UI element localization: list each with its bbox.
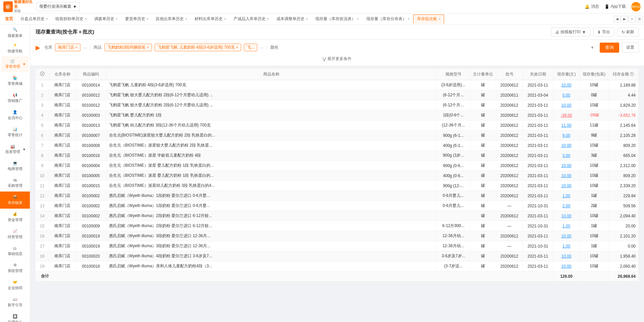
cell-stock-main[interactable]: 10.00 [553,161,580,171]
cell-stock-main[interactable]: -39.00 [553,110,580,120]
product-tag2-close[interactable]: × [236,46,238,49]
cell-stock-main[interactable]: 3.00 [553,151,580,161]
cell-stock-pack: 10罐 [580,80,608,90]
chevron-icon: ▼ [22,62,26,66]
sidebar-item-wholesale[interactable]: 🏭 批发管理 ▼ [1,142,29,157]
sidebar-item-inventory[interactable]: 📦 库存核算 [0,192,30,209]
table-row: 12 南库门店 00100002 惠氏启赋（Wyeth illuma）1段奶粉 … [36,191,639,201]
warehouse-more[interactable]: ··· [83,45,87,50]
warehouse-filter-label: 仓库 [44,45,52,50]
cell-stock-main[interactable]: 1.00 [553,241,580,251]
cell-num: 8 [36,151,49,161]
filter-area: ▶ 仓库 南库门店 × ··· | 商品 飞鹤奶粉3段同捆搭装 × 飞鹤星飞帆 … [30,40,644,66]
warehouse-tag-close[interactable]: × [75,46,77,49]
sidebar-item-appcenter[interactable]: 🔲 应用中心 [1,312,29,322]
tab-chengben[interactable]: 成本调整单历史 × [273,14,312,24]
tab-close-icon[interactable]: × [306,17,308,21]
sidebar-item-purchase[interactable]: 🛍 采购管理 [1,175,29,191]
sidebar-nav[interactable]: ⚡ 快捷导航 [0,41,30,56]
cell-stock-main[interactable]: 2.00 [553,201,580,211]
tab-xiancun-dist[interactable]: 现存量（库存分布表） × [363,14,414,24]
query-button[interactable]: 查询 [600,43,619,53]
sidebar-item-enterprise[interactable]: 🤝 企业协同 [1,277,29,293]
cell-stock-main[interactable]: 10.00 [553,261,580,271]
cell-stock-main[interactable]: 10.00 [553,100,580,110]
cell-name: 飞鹤星飞帆 幼儿配方奶粉 3段(12-36个月幼儿适用) 700克 [106,120,437,130]
settings-button[interactable]: 设置 [622,42,639,53]
company-selector[interactable]: 母婴行业演示账套 ▼ [36,2,80,11]
tab-diaobuo[interactable]: 调拨单历史 × [91,14,121,24]
product-tag1-close[interactable]: × [147,46,149,49]
cell-stock-main[interactable]: 10.00 [553,181,580,191]
member-icon: 👤 [13,110,17,114]
tab-close-all-icon[interactable]: × [629,16,635,22]
th-settings[interactable] [36,69,49,80]
tab-close-icon[interactable]: × [438,17,440,21]
tab-cailiao[interactable]: 材料出库单历史 × [191,14,230,24]
cell-stock-main[interactable]: 10.00 [553,80,580,90]
tab-close-icon[interactable]: × [224,17,226,21]
app-sub: 标版 [14,9,34,13]
cell-expire: 2021-03-11 [523,120,553,130]
tab-prev-arrow[interactable]: ◀ [614,16,621,22]
cell-stock-main[interactable]: 11.00 [553,120,580,130]
cell-stock-main[interactable]: 10.00 [553,171,580,181]
tab-close-icon[interactable]: × [185,17,187,21]
sidebar-item-system[interactable]: ⚙ 系统管理 [1,260,29,276]
table-row: 2 南库门店 00100012 飞鹤星飞帆 较大婴儿配方奶粉 2段(6-12个月… [36,90,639,100]
tab-home[interactable]: 首页 [1,14,17,24]
cell-stock-main[interactable]: 0.00 [553,90,580,100]
tab-close-icon[interactable]: × [267,17,269,21]
avatar: demo2 [631,2,641,11]
sidebar-item-member[interactable]: 👤 会员中心 [1,107,29,123]
user-profile[interactable]: demo2 [631,2,641,11]
product-more[interactable]: ··· [260,45,264,50]
tab-close-icon[interactable]: × [85,17,87,21]
cell-stock-main[interactable]: 10.00 [553,211,580,221]
color-dropdown-icon[interactable]: ▼ [590,45,594,50]
tab-zuzhangche[interactable]: 组装拆卸单历史 × [52,14,91,24]
expand-more-btn[interactable]: ⋁ 展开更多条件 [323,55,352,63]
tab-close-icon[interactable]: × [408,17,410,21]
message-button[interactable]: 🔔 消息 [585,4,599,9]
tab-close-icon[interactable]: × [147,17,149,21]
export-button[interactable]: ⬇ 导出 [593,28,614,37]
sidebar-item-finance[interactable]: 💰 资金管理 [1,209,29,225]
tab-qitachu[interactable]: 其他出库单历史 × [152,14,191,24]
tab-yaohuo[interactable]: 要货单历史 × [121,14,152,24]
tab-close-icon[interactable]: × [357,17,359,21]
tab-fenpan[interactable]: 分盘点单历史 × [17,14,52,24]
cell-unit: 罐 [470,181,496,191]
cell-stock-main[interactable]: 10.00 [553,141,580,151]
tab-close-icon[interactable]: × [46,17,48,21]
sidebar-item-marketing[interactable]: 📢 营销推广 [1,90,29,106]
cell-stock-main[interactable]: 10.00 [553,231,580,241]
sidebar-item-operations[interactable]: 📈 经营管理 [1,226,29,242]
filter-expand-arrow[interactable]: ▶ [36,44,40,51]
cell-balance: -3,652.76 [608,110,639,120]
tab-menu-icon[interactable]: ☰ [636,16,643,22]
sidebar-item-retail[interactable]: 🛒 零售管理 ▼ [1,56,29,72]
tab-inventory-batch[interactable]: 库存批次账 × [413,14,444,24]
refresh-button[interactable]: ↻ 刷新 [617,28,639,37]
cell-stock-main[interactable]: 1.00 [553,191,580,201]
cell-stock-main[interactable]: 9.00 [553,130,580,141]
cell-spec: 900g (0-6... [437,161,470,171]
sidebar-item-ecommerce[interactable]: 💻 电商管理 [1,158,29,174]
sidebar-search[interactable]: 🔍 搜索菜单 [0,25,30,41]
cell-stock-main[interactable]: 1.00 [553,221,580,231]
sidebar-item-retailstat[interactable]: 📊 零售统计 [1,124,29,140]
cell-unit: 罐 [470,231,496,241]
cell-stock-main[interactable]: 10.00 [553,251,580,261]
cell-code: 00100016 [76,151,106,161]
print-button[interactable]: 🖨 按模板打印 ▼ [551,28,590,37]
th-batch: 批号 [496,69,523,80]
tab-chanpin[interactable]: 产成品入库单历史 × [230,14,273,24]
sidebar-item-guide[interactable]: 📖 新手引导 [1,294,29,310]
sidebar-item-retailshop[interactable]: 🏪 零售商城 [1,73,29,89]
app-download-button[interactable]: 📱 App下载 [604,4,626,9]
tab-next-arrow[interactable]: ▶ [621,16,628,22]
sidebar-item-basics[interactable]: 🗂 基础信息 [1,244,29,259]
tab-close-icon[interactable]: × [116,17,118,21]
tab-xiancun-status[interactable]: 现存量（库存状况表） × [312,14,363,24]
